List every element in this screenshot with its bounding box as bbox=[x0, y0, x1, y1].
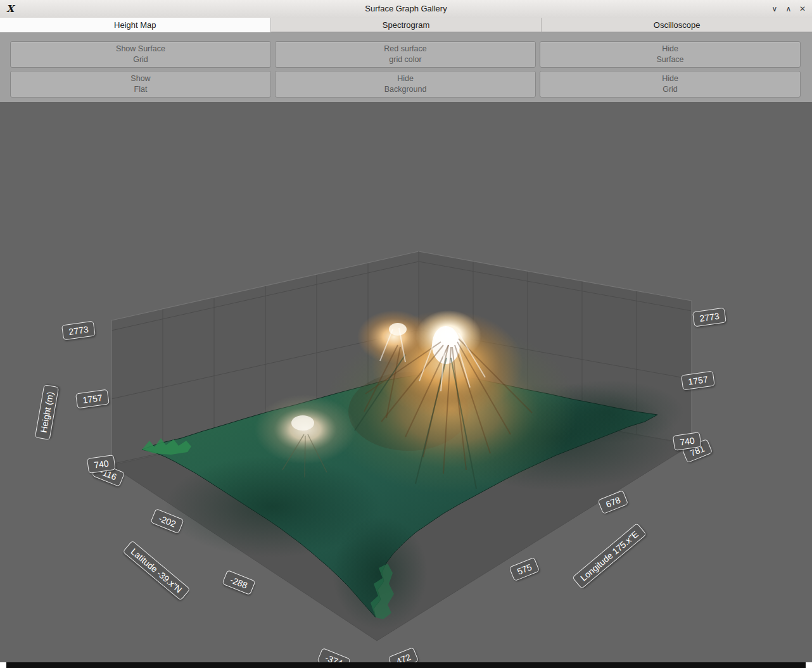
tab-spectrogram[interactable]: Spectrogram bbox=[270, 18, 542, 32]
hide-background-button[interactable]: Hide Background bbox=[275, 71, 536, 98]
close-icon[interactable]: ✕ bbox=[796, 4, 809, 13]
tab-oscilloscope[interactable]: Oscilloscope bbox=[541, 18, 812, 32]
button-label-line: Hide bbox=[397, 73, 414, 84]
tab-height-map[interactable]: Height Map bbox=[0, 18, 270, 32]
red-surface-grid-color-button[interactable]: Red surface grid color bbox=[275, 41, 536, 68]
bottom-left-corner bbox=[0, 662, 6, 668]
hide-surface-button[interactable]: Hide Surface bbox=[540, 41, 801, 68]
titlebar[interactable]: X Surface Graph Gallery ∨ ∧ ✕ bbox=[0, 0, 812, 18]
button-label-line: Grid bbox=[133, 54, 148, 65]
show-flat-button[interactable]: Show Flat bbox=[10, 71, 271, 98]
bottom-cutoff-bar bbox=[6, 662, 806, 668]
button-label-line: Hide bbox=[662, 44, 678, 54]
hide-grid-button[interactable]: Hide Grid bbox=[540, 71, 801, 98]
toolbar: Show Surface Grid Red surface grid color… bbox=[0, 32, 812, 102]
window-controls: ∨ ∧ ✕ bbox=[768, 0, 809, 18]
maximize-icon[interactable]: ∧ bbox=[782, 4, 796, 13]
minimize-icon[interactable]: ∨ bbox=[768, 4, 782, 13]
button-label-line: grid color bbox=[389, 54, 421, 65]
button-label-line: Background bbox=[384, 84, 427, 95]
surface-graph-gallery-window: X Surface Graph Gallery ∨ ∧ ✕ Height Map… bbox=[0, 0, 812, 668]
window-title: Surface Graph Gallery bbox=[0, 0, 812, 18]
button-label-line: Grid bbox=[663, 84, 678, 95]
button-label-line: Surface bbox=[656, 54, 683, 65]
button-label-line: Red surface bbox=[384, 44, 426, 54]
button-label-line: Flat bbox=[134, 84, 148, 95]
button-label-line: Show Surface bbox=[116, 44, 165, 54]
show-surface-grid-button[interactable]: Show Surface Grid bbox=[10, 41, 271, 68]
button-label-line: Show bbox=[130, 73, 150, 84]
tab-bar: Height Map Spectrogram Oscilloscope bbox=[0, 18, 812, 32]
button-label-line: Hide bbox=[662, 73, 678, 84]
bottom-right-corner bbox=[806, 662, 812, 668]
